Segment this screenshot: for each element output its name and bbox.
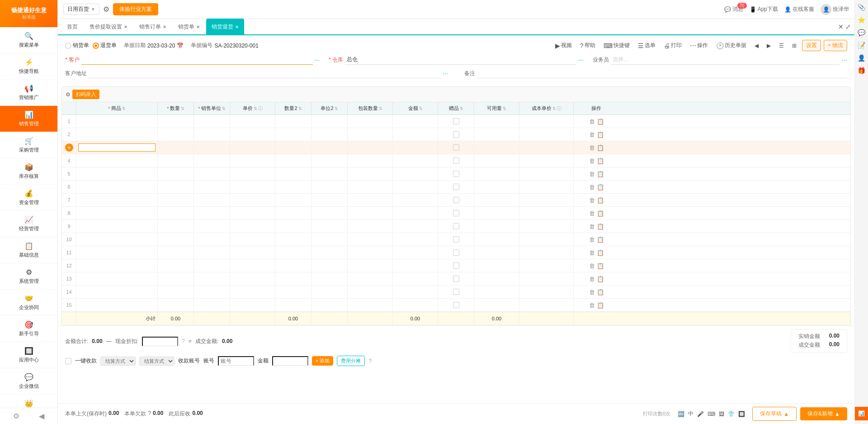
gift-checkbox-4[interactable] xyxy=(453,157,459,164)
sidebar-item-enterprise[interactable]: 🤝 企业协同 xyxy=(0,290,57,316)
cell-1-2[interactable] xyxy=(158,115,194,128)
tab-close-2[interactable]: ✕ xyxy=(163,24,166,29)
cell-7-8[interactable] xyxy=(393,194,438,206)
table-row-9[interactable]: 9 🗑 📋 xyxy=(62,220,850,233)
note-icon[interactable]: 📝 xyxy=(858,42,865,49)
cell-13-6[interactable] xyxy=(311,272,348,285)
delete-row-btn-8[interactable]: 🗑 xyxy=(589,210,595,217)
cell-11-8[interactable] xyxy=(393,246,438,259)
cell-15-3[interactable] xyxy=(194,299,230,311)
cell-3-8[interactable] xyxy=(393,141,438,154)
cell-15-5[interactable] xyxy=(275,299,311,311)
gift-cell-7[interactable] xyxy=(438,194,474,206)
table-row-3[interactable]: + 🗑 📋 xyxy=(62,141,850,154)
cell-1-7[interactable] xyxy=(348,115,393,128)
salesperson-more-icon[interactable]: ··· xyxy=(842,56,847,63)
cell-4-3[interactable] xyxy=(194,154,230,167)
cell-9-2[interactable] xyxy=(158,220,194,233)
available-cell-14[interactable] xyxy=(474,286,519,298)
gift-cell-15[interactable] xyxy=(438,299,474,311)
cell-13-2[interactable] xyxy=(158,272,194,285)
sidebar-item-sales[interactable]: 📊 销售管理 xyxy=(0,106,57,132)
gift-cell-8[interactable] xyxy=(438,207,474,219)
cell-2-4[interactable] xyxy=(230,128,275,141)
product-cell-2[interactable] xyxy=(76,128,158,141)
cost-price-cell-11[interactable] xyxy=(519,246,574,259)
gift-checkbox-9[interactable] xyxy=(453,223,459,229)
cell-7-4[interactable] xyxy=(230,194,275,206)
cell-7-2[interactable] xyxy=(158,194,194,206)
cell-8-7[interactable] xyxy=(348,207,393,219)
salesperson-input[interactable]: 选择... xyxy=(611,55,840,65)
cost-price-cell-3[interactable] xyxy=(519,141,574,154)
cell-14-8[interactable] xyxy=(393,286,438,298)
table-row-12[interactable]: 12 🗑 📋 xyxy=(62,259,850,272)
customer-input[interactable] xyxy=(81,55,313,65)
cell-9-4[interactable] xyxy=(230,220,275,233)
available-cell-15[interactable] xyxy=(474,299,519,311)
cell-11-5[interactable] xyxy=(275,246,311,259)
sidebar-item-search[interactable]: 🔍 搜索菜单 xyxy=(0,27,57,53)
available-cell-4[interactable] xyxy=(474,154,519,167)
delete-row-btn-12[interactable]: 🗑 xyxy=(589,262,595,269)
tab-1[interactable]: 售价提取设置✕ xyxy=(84,19,133,35)
cell-7-5[interactable] xyxy=(275,194,311,206)
tab-2[interactable]: 销售订单✕ xyxy=(134,19,172,35)
cell-3-6[interactable] xyxy=(311,141,348,154)
cell-7-7[interactable] xyxy=(348,194,393,206)
sort-icon-8[interactable]: ⇅ xyxy=(419,106,423,111)
copy-row-btn-9[interactable]: 📋 xyxy=(597,223,604,230)
available-cell-12[interactable] xyxy=(474,259,519,272)
gift-checkbox-14[interactable] xyxy=(453,289,459,295)
settlement-select[interactable]: 结算方式 xyxy=(100,357,136,366)
gift-cell-3[interactable] xyxy=(438,141,474,154)
warehouse-input[interactable]: 总仓 xyxy=(345,55,576,65)
table-row-5[interactable]: 5 🗑 📋 xyxy=(62,167,850,181)
cell-1-3[interactable] xyxy=(194,115,230,128)
cell-13-7[interactable] xyxy=(348,272,393,285)
copy-row-btn-1[interactable]: 📋 xyxy=(597,118,604,125)
copy-row-btn-13[interactable]: 📋 xyxy=(597,276,604,282)
gift-cell-2[interactable] xyxy=(438,128,474,141)
gift-cell-10[interactable] xyxy=(438,233,474,246)
sidebar-item-marketing[interactable]: 📢 营销推广 xyxy=(0,80,57,106)
cell-10-3[interactable] xyxy=(194,233,230,246)
cell-4-4[interactable] xyxy=(230,154,275,167)
cell-4-5[interactable] xyxy=(275,154,311,167)
available-cell-10[interactable] xyxy=(474,233,519,246)
available-cell-13[interactable] xyxy=(474,272,519,285)
cell-13-8[interactable] xyxy=(393,272,438,285)
close-tab-icon[interactable]: ✕ xyxy=(838,23,844,30)
cell-14-6[interactable] xyxy=(311,286,348,298)
industry-select[interactable]: 日用百货 ▼ xyxy=(63,4,99,15)
cost-price-cell-14[interactable] xyxy=(519,286,574,298)
sort-icon-4[interactable]: ⇅ xyxy=(254,106,257,111)
available-cell-1[interactable] xyxy=(474,115,519,128)
product-cell-12[interactable] xyxy=(76,259,158,272)
cell-11-6[interactable] xyxy=(311,246,348,259)
orange-panel-btn[interactable]: 📊 xyxy=(855,407,868,420)
message-icon[interactable]: 💬 xyxy=(858,29,865,36)
account-input[interactable] xyxy=(218,356,254,366)
cell-2-7[interactable] xyxy=(348,128,393,141)
cell-3-3[interactable] xyxy=(194,141,230,154)
gift-cell-14[interactable] xyxy=(438,286,474,298)
sidebar-item-purchase[interactable]: 🛒 采购管理 xyxy=(0,132,57,158)
cell-9-5[interactable] xyxy=(275,220,311,233)
delete-row-btn-1[interactable]: 🗑 xyxy=(589,118,595,125)
gift-cell-6[interactable] xyxy=(438,181,474,193)
cell-1-6[interactable] xyxy=(311,115,348,128)
cell-2-6[interactable] xyxy=(311,128,348,141)
delete-row-btn-7[interactable]: 🗑 xyxy=(589,197,595,204)
sort-icon-6[interactable]: ⇅ xyxy=(335,106,338,111)
copy-row-btn-6[interactable]: 📋 xyxy=(597,184,604,191)
product-cell-14[interactable] xyxy=(76,286,158,298)
toolbar-icon-4[interactable]: ⌨ xyxy=(708,411,715,417)
cash-discount-help-icon[interactable]: ? xyxy=(182,338,185,344)
gift-checkbox-15[interactable] xyxy=(453,302,459,308)
cell-5-8[interactable] xyxy=(393,167,438,180)
sidebar-item-system[interactable]: ⚙ 系统管理 xyxy=(0,263,57,290)
cell-14-3[interactable] xyxy=(194,286,230,298)
gift-cell-12[interactable] xyxy=(438,259,474,272)
cell-2-5[interactable] xyxy=(275,128,311,141)
